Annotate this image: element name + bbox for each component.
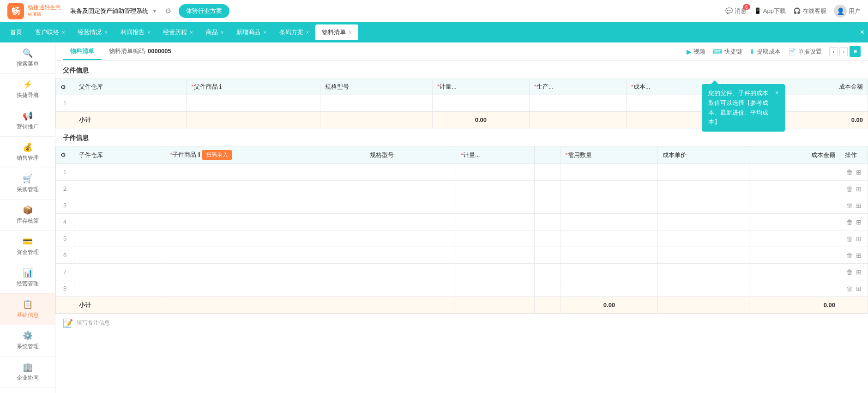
close-all-tabs[interactable]: ×	[860, 28, 864, 36]
child-quantity-6[interactable]	[561, 247, 658, 264]
child-warehouse-8[interactable]	[74, 280, 165, 297]
child-quantity-2[interactable]	[561, 181, 658, 197]
sidebar-item-inventory[interactable]: 📦 库存核算	[0, 200, 55, 231]
sidebar-item-guide[interactable]: 📖 新手引导	[0, 388, 55, 393]
child-spec-2[interactable]	[365, 181, 456, 197]
delete-row-3[interactable]: 🗑	[846, 202, 853, 209]
tab-operation[interactable]: 经营情况 ×	[71, 24, 114, 40]
child-unit-7[interactable]	[456, 264, 534, 280]
close-tab-bom[interactable]: ×	[349, 30, 351, 35]
system-dropdown-arrow[interactable]: ▼	[152, 8, 157, 14]
close-tab-barcode[interactable]: ×	[306, 30, 309, 35]
parent-production-cell-1[interactable]	[529, 95, 626, 112]
child-quantity-7[interactable]	[561, 264, 658, 280]
sidebar-item-search[interactable]: 🔍 搜索菜单	[0, 42, 55, 74]
parent-spec-cell-1[interactable]	[320, 95, 432, 112]
child-warehouse-5[interactable]	[74, 230, 165, 247]
child-warehouse-3[interactable]	[74, 197, 165, 214]
delete-row-6[interactable]: 🗑	[846, 252, 853, 259]
video-toolbar-item[interactable]: ▶ 视频	[687, 48, 705, 56]
tab-barcode[interactable]: 条码方案 ×	[273, 24, 315, 40]
child-spec-5[interactable]	[365, 230, 456, 247]
close-tab-profit[interactable]: ×	[147, 30, 150, 35]
child-warehouse-6[interactable]	[74, 247, 165, 264]
child-product-1[interactable]	[165, 164, 365, 181]
child-unit-6[interactable]	[456, 247, 534, 264]
child-unit-cost-5[interactable]	[658, 230, 749, 247]
sidebar-item-quick-nav[interactable]: ⚡ 快捷导航	[0, 74, 55, 105]
tab-home[interactable]: 首页	[4, 24, 29, 40]
child-spec-8[interactable]	[365, 280, 456, 297]
child-unit-4[interactable]	[456, 214, 534, 230]
delete-row-2[interactable]: 🗑	[846, 185, 853, 193]
copy-row-8[interactable]: ⊞	[856, 285, 862, 292]
bottom-hint[interactable]: 填写备注信息	[77, 319, 110, 327]
delete-row-1[interactable]: 🗑	[846, 169, 853, 176]
child-spec-4[interactable]	[365, 214, 456, 230]
child-unit-cost-6[interactable]	[658, 247, 749, 264]
parent-col-setting[interactable]: ⚙	[56, 79, 74, 95]
parent-unit-cell-1[interactable]	[433, 95, 530, 112]
sidebar-item-purchase[interactable]: 🛒 采购管理	[0, 168, 55, 200]
copy-row-7[interactable]: ⊞	[856, 268, 862, 276]
copy-row-3[interactable]: ⊞	[856, 202, 862, 209]
close-tab-product[interactable]: ×	[221, 30, 223, 35]
sidebar-item-enterprise[interactable]: 🏢 企业协同	[0, 357, 55, 388]
child-quantity-4[interactable]	[561, 214, 658, 230]
child-quantity-8[interactable]	[561, 280, 658, 297]
child-spec-3[interactable]	[365, 197, 456, 214]
child-quantity-3[interactable]	[561, 197, 658, 214]
child-product-3[interactable]	[165, 197, 365, 214]
tooltip-close-btn[interactable]: ×	[775, 89, 778, 97]
sidebar-item-basic[interactable]: 📋 基础信息	[0, 294, 55, 325]
child-spec-6[interactable]	[365, 247, 456, 264]
close-tab-history[interactable]: ×	[190, 30, 193, 35]
delete-row-5[interactable]: 🗑	[846, 235, 853, 242]
copy-row-2[interactable]: ⊞	[856, 185, 862, 193]
delete-row-7[interactable]: 🗑	[846, 268, 853, 276]
child-unit-cost-4[interactable]	[658, 214, 749, 230]
scan-button[interactable]: 扫码录入	[202, 150, 232, 160]
extract-cost-toolbar-item[interactable]: ⬇ 提取成本	[749, 48, 781, 56]
single-setting-toolbar-item[interactable]: 📄 单据设置	[788, 48, 822, 56]
child-unit-cost-3[interactable]	[658, 197, 749, 214]
child-product-7[interactable]	[165, 264, 365, 280]
message-item[interactable]: 💬 消息 6	[725, 7, 747, 15]
child-product-6[interactable]	[165, 247, 365, 264]
child-unit-cost-1[interactable]	[658, 164, 749, 181]
child-unit-cost-8[interactable]	[658, 280, 749, 297]
child-unit-2[interactable]	[456, 181, 534, 197]
child-warehouse-1[interactable]	[74, 164, 165, 181]
copy-row-5[interactable]: ⊞	[856, 235, 862, 242]
child-unit-5[interactable]	[456, 230, 534, 247]
child-product-8[interactable]	[165, 280, 365, 297]
child-quantity-5[interactable]	[561, 230, 658, 247]
child-unit-cost-2[interactable]	[658, 181, 749, 197]
nav-prev-btn[interactable]: ‹	[829, 47, 838, 56]
user-item[interactable]: 👤 用户	[834, 5, 861, 18]
child-unit-3[interactable]	[456, 197, 534, 214]
tab-profit[interactable]: 利润报告 ×	[114, 24, 157, 40]
child-product-2[interactable]	[165, 181, 365, 197]
sidebar-item-sales[interactable]: 💰 销售管理	[0, 137, 55, 168]
child-warehouse-7[interactable]	[74, 264, 165, 280]
tab-customer[interactable]: 客户联络 ×	[29, 24, 71, 40]
delete-row-4[interactable]: 🗑	[846, 218, 853, 226]
child-quantity-1[interactable]	[561, 164, 658, 181]
child-unit-1[interactable]	[456, 164, 534, 181]
child-unit-cost-7[interactable]	[658, 264, 749, 280]
tab-product[interactable]: 商品 ×	[199, 24, 230, 40]
gear-icon[interactable]: ⚙	[165, 6, 171, 15]
app-download-item[interactable]: 📱 App下载	[754, 7, 786, 15]
copy-row-4[interactable]: ⊞	[856, 218, 862, 226]
shortcut-toolbar-item[interactable]: ⌨ 快捷键	[713, 48, 742, 56]
sidebar-item-marketing[interactable]: 📢 营销推广	[0, 105, 55, 137]
tab-bom[interactable]: 物料清单 ×	[315, 24, 358, 40]
trial-button[interactable]: 体验行业方案	[179, 4, 229, 18]
close-tab-customer[interactable]: ×	[62, 30, 65, 35]
sub-tab-bom-list[interactable]: 物料清单	[63, 43, 102, 60]
child-spec-7[interactable]	[365, 264, 456, 280]
nav-next-btn[interactable]: ›	[839, 47, 848, 56]
parent-product-cell-1[interactable]	[187, 95, 320, 112]
online-service-item[interactable]: 🎧 在线客服	[793, 7, 826, 15]
